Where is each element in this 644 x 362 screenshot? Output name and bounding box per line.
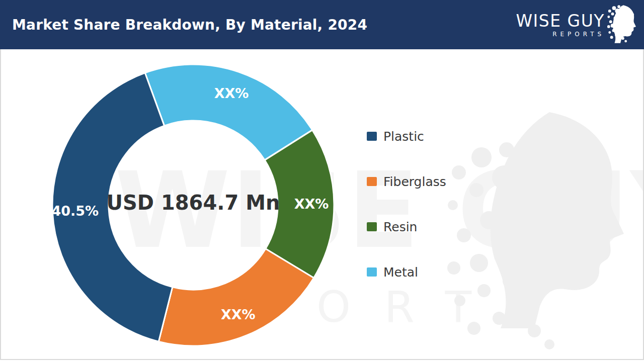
legend-item-metal: Metal xyxy=(367,264,446,280)
legend-item-plastic: Plastic xyxy=(367,129,446,144)
wise-guy-logo: WISE GUY REPORTS xyxy=(516,4,637,45)
segment-value-label-resin: XX% xyxy=(294,196,329,212)
legend-swatch xyxy=(367,267,377,277)
donut-segment-fiberglass xyxy=(158,249,313,346)
legend-item-resin: Resin xyxy=(367,219,446,234)
segment-value-label-plastic: 40.5% xyxy=(51,203,99,219)
segment-value-label-metal: XX% xyxy=(214,85,249,101)
legend-swatch xyxy=(367,132,377,141)
chart-center-value: USD 1864.7 Mn xyxy=(93,191,294,214)
page: Market Share Breakdown, By Material, 202… xyxy=(0,0,644,362)
chart-legend: PlasticFiberglassResinMetal xyxy=(367,129,446,310)
legend-label: Resin xyxy=(383,221,417,233)
logo-text: WISE GUY REPORTS xyxy=(516,13,605,37)
chart-area: WISE GUY REPORTS XX%XX%XX%40.5% USD 1864… xyxy=(0,49,644,360)
legend-label: Plastic xyxy=(383,130,424,143)
logo-subtitle: REPORTS xyxy=(516,31,605,37)
legend-label: Fiberglass xyxy=(383,175,446,188)
legend-label: Metal xyxy=(383,266,418,279)
logo-wordmark: WISE GUY xyxy=(516,13,605,29)
page-title: Market Share Breakdown, By Material, 202… xyxy=(12,17,367,33)
logo-face-icon xyxy=(606,4,637,45)
legend-item-fiberglass: Fiberglass xyxy=(367,174,446,189)
watermark-face-icon xyxy=(429,102,642,353)
header: Market Share Breakdown, By Material, 202… xyxy=(0,0,644,49)
legend-swatch xyxy=(367,177,377,186)
segment-value-label-fiberglass: XX% xyxy=(221,307,256,322)
legend-swatch xyxy=(367,222,377,231)
